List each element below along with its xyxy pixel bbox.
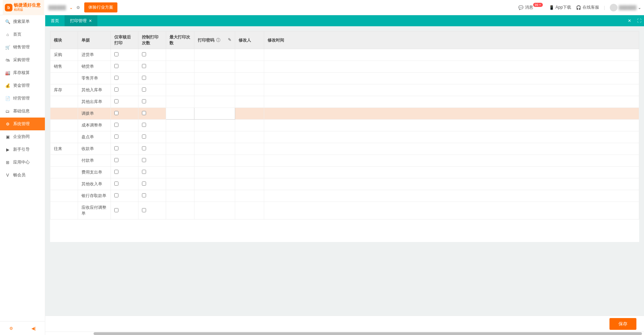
sidebar-item-10[interactable]: ▶新手引导 bbox=[0, 143, 45, 156]
sidebar-item-7[interactable]: 🗂基础信息 bbox=[0, 105, 45, 118]
sidebar-item-8[interactable]: ⚙系统管理 bbox=[0, 118, 45, 130]
divider: | bbox=[604, 5, 605, 10]
checkbox-control-count[interactable] bbox=[142, 76, 146, 80]
sidebar-item-6[interactable]: 📄经营管理 bbox=[0, 92, 45, 105]
tab-home[interactable]: 首页 bbox=[45, 15, 65, 26]
settings-icon[interactable]: ⚙ bbox=[9, 326, 13, 331]
cell-max-count bbox=[166, 190, 194, 202]
checkbox-control-count[interactable] bbox=[142, 158, 146, 162]
sidebar-item-icon: 🛍 bbox=[5, 58, 10, 63]
save-button[interactable]: 保存 bbox=[609, 318, 636, 330]
table-row: 库存其他入库单 bbox=[50, 84, 639, 96]
sidebar-item-9[interactable]: ▣企业协同 bbox=[0, 130, 45, 143]
sidebar-item-label: 企业协同 bbox=[13, 134, 30, 140]
input-max-count[interactable] bbox=[166, 109, 194, 119]
checkbox-control-count[interactable] bbox=[142, 134, 146, 139]
checkbox-control-count[interactable] bbox=[142, 146, 146, 150]
online-service-button[interactable]: 🎧 在线客服 bbox=[576, 4, 599, 10]
sidebar-item-12[interactable]: V畅会员 bbox=[0, 169, 45, 182]
header-right: 💬 消息 99 + 📱 App下载 🎧 在线客服 | ██████ ⌄ bbox=[518, 4, 641, 11]
collapse-icon[interactable]: ◀| bbox=[31, 326, 36, 331]
checkbox-control-count[interactable] bbox=[142, 182, 146, 186]
checkbox-control-count[interactable] bbox=[142, 52, 146, 56]
checkbox-audit-print[interactable] bbox=[114, 76, 118, 80]
cell-modify-time bbox=[264, 202, 639, 220]
th-max-count: 最大打印次数 bbox=[166, 31, 194, 49]
cell-doc: 调拨单 bbox=[78, 108, 111, 120]
cell-doc: 银行存取款单 bbox=[78, 190, 111, 202]
sidebar-item-0[interactable]: 🔍搜索菜单 bbox=[0, 15, 45, 28]
user-menu[interactable]: ██████ ⌄ bbox=[610, 4, 641, 11]
cell-audit-print bbox=[111, 108, 138, 120]
checkbox-control-count[interactable] bbox=[142, 170, 146, 174]
cell-print-pwd bbox=[194, 73, 235, 84]
cell-doc: 成本调整单 bbox=[78, 120, 111, 131]
messages-button[interactable]: 💬 消息 99 + bbox=[518, 4, 544, 10]
sidebar-item-1[interactable]: ⌂首页 bbox=[0, 28, 45, 41]
table-row: 盘点单 bbox=[50, 131, 639, 143]
edit-icon[interactable]: ✎ bbox=[228, 37, 231, 42]
checkbox-audit-print[interactable] bbox=[114, 64, 118, 68]
checkbox-audit-print[interactable] bbox=[114, 208, 118, 212]
checkbox-audit-print[interactable] bbox=[114, 158, 118, 162]
checkbox-audit-print[interactable] bbox=[114, 99, 118, 103]
cell-module bbox=[50, 73, 78, 84]
gear-icon[interactable]: ⚙ bbox=[76, 5, 80, 10]
table-row: 其他出库单 bbox=[50, 96, 639, 108]
sidebar: 🔍搜索菜单⌂首页🛒销售管理🛍采购管理🏭库存核算💰资金管理📄经营管理🗂基础信息⚙系… bbox=[0, 15, 45, 335]
help-icon[interactable]: ⓘ bbox=[216, 38, 220, 43]
tab-print-manage[interactable]: 打印管理 ✕ bbox=[65, 15, 97, 26]
checkbox-control-count[interactable] bbox=[142, 193, 146, 197]
checkbox-audit-print[interactable] bbox=[114, 146, 118, 150]
checkbox-control-count[interactable] bbox=[142, 87, 146, 92]
cell-print-pwd[interactable] bbox=[194, 108, 235, 120]
checkbox-audit-print[interactable] bbox=[114, 123, 118, 127]
cell-max-count bbox=[166, 143, 194, 155]
shop-selector[interactable]: ██████ ⌄ bbox=[48, 5, 76, 10]
cell-audit-print bbox=[111, 73, 138, 84]
cell-max-count bbox=[166, 73, 194, 84]
cell-control-count bbox=[138, 84, 166, 96]
fullscreen-icon[interactable]: ⛶ bbox=[634, 15, 644, 26]
sidebar-item-11[interactable]: ⊞应用中心 bbox=[0, 156, 45, 169]
close-icon[interactable]: ✕ bbox=[89, 19, 92, 23]
checkbox-audit-print[interactable] bbox=[114, 134, 118, 139]
plan-button[interactable]: 体验行业方案 bbox=[84, 2, 117, 12]
cell-audit-print bbox=[111, 155, 138, 167]
sidebar-item-label: 库存核算 bbox=[13, 70, 30, 76]
checkbox-audit-print[interactable] bbox=[114, 182, 118, 186]
checkbox-audit-print[interactable] bbox=[114, 87, 118, 92]
cell-modifier bbox=[235, 73, 264, 84]
checkbox-control-count[interactable] bbox=[142, 123, 146, 127]
cell-max-count[interactable] bbox=[166, 108, 194, 120]
checkbox-control-count[interactable] bbox=[142, 64, 146, 68]
sidebar-item-4[interactable]: 🏭库存核算 bbox=[0, 66, 45, 79]
cell-print-pwd bbox=[194, 120, 235, 131]
close-all-icon[interactable]: ✕ bbox=[625, 15, 634, 26]
checkbox-audit-print[interactable] bbox=[114, 193, 118, 197]
sidebar-item-3[interactable]: 🛍采购管理 bbox=[0, 54, 45, 66]
checkbox-audit-print[interactable] bbox=[114, 52, 118, 56]
cell-modifier bbox=[235, 178, 264, 190]
checkbox-control-count[interactable] bbox=[142, 208, 146, 212]
cell-module: 采购 bbox=[50, 49, 78, 61]
th-print-pwd: 打印密码 ⓘ ✎ bbox=[194, 31, 235, 49]
table-row: 付款单 bbox=[50, 155, 639, 167]
cell-print-pwd bbox=[194, 131, 235, 143]
cell-print-pwd bbox=[194, 61, 235, 73]
cell-module bbox=[50, 120, 78, 131]
panel: 模块 单据 仅审核后打印 控制打印次数 最大打印次数 打印密码 ⓘ ✎ bbox=[50, 31, 639, 242]
th-doc: 单据 bbox=[78, 31, 111, 49]
input-print-pwd[interactable] bbox=[194, 109, 235, 119]
checkbox-control-count[interactable] bbox=[142, 99, 146, 103]
table-row: 其他收入单 bbox=[50, 178, 639, 190]
checkbox-control-count[interactable] bbox=[142, 111, 146, 115]
sidebar-item-2[interactable]: 🛒销售管理 bbox=[0, 41, 45, 54]
horizontal-scrollbar[interactable] bbox=[45, 332, 644, 335]
checkbox-audit-print[interactable] bbox=[114, 170, 118, 174]
sidebar-item-label: 畅会员 bbox=[13, 172, 26, 178]
cell-print-pwd bbox=[194, 143, 235, 155]
checkbox-audit-print[interactable] bbox=[114, 111, 118, 115]
sidebar-item-5[interactable]: 💰资金管理 bbox=[0, 79, 45, 92]
app-download-button[interactable]: 📱 App下载 bbox=[549, 4, 571, 10]
